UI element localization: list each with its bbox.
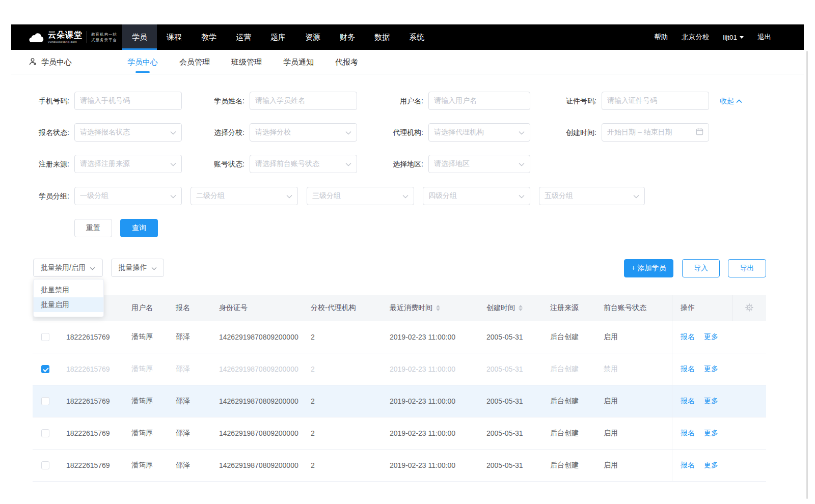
top-nav-item[interactable]: 课程 [157,24,192,50]
column-settings-gear-icon[interactable] [745,303,753,313]
row-checkbox[interactable] [41,429,49,437]
chevron-down-icon [170,191,176,201]
row-checkbox[interactable] [41,333,49,341]
add-student-button[interactable]: + 添加学员 [624,259,673,277]
top-nav-right-item[interactable]: 北京分校 [682,33,709,42]
sub-nav-tab[interactable]: 班级管理 [231,50,262,74]
cell-cb [33,429,58,437]
top-nav-item-label: 运营 [236,33,251,42]
row-action-link[interactable]: 报名 [681,429,695,438]
top-nav-item-label: 系统 [409,33,424,42]
row-checkbox[interactable] [41,397,49,405]
agency-select[interactable]: 请选择代理机构 [428,123,530,142]
top-nav-right-item[interactable]: 退出 [757,33,771,42]
import-button[interactable]: 导入 [682,259,720,277]
cell-username: 潘筠厚 [123,365,168,374]
sub-nav-tab[interactable]: 代报考 [335,50,358,74]
top-nav-item[interactable]: 财务 [330,24,365,50]
account-status-select[interactable]: 请选择前台账号状态 [250,155,357,173]
column-header-label: 注册来源 [550,303,579,313]
column-header-created[interactable]: 创建时间 [478,295,542,321]
top-nav-item-label: 数据 [374,33,390,42]
create-time-daterange[interactable]: 开始日期 – 结束日期 [602,123,709,142]
filter-username-label: 用户名: [400,92,423,110]
chevron-down-icon [286,191,292,201]
group-select-placeholder: 二级分组 [196,191,286,201]
top-nav-item[interactable]: 资源 [295,24,330,50]
branch-select[interactable]: 请选择分校 [250,123,357,142]
row-action-link[interactable]: 更多 [704,365,718,374]
enroll-status-select[interactable]: 请选择报名状态 [74,123,182,142]
group-select-level-5[interactable]: 五级分组 [539,187,645,205]
sub-nav-tab[interactable]: 学员通知 [283,50,314,74]
sort-icon[interactable] [519,305,523,311]
group-select-placeholder: 一级分组 [80,191,170,201]
top-nav-item[interactable]: 数据 [365,24,399,50]
group-select-placeholder: 四级分组 [428,191,519,201]
sort-asc-icon [519,305,523,307]
cell-status: 启用 [595,429,672,438]
top-nav-item-label: 财务 [340,33,355,42]
top-nav-item[interactable]: 教学 [192,24,226,50]
batch-toggle-dropdown-button[interactable]: 批量禁用/启用 [33,259,103,277]
row-action-link[interactable]: 报名 [681,397,695,406]
reg-source-select[interactable]: 请选择注册来源 [74,155,182,173]
cell-status: 启用 [595,461,672,470]
collapse-filters-link[interactable]: 收起 [720,92,742,110]
export-button[interactable]: 导出 [728,259,766,277]
top-nav-item[interactable]: 运营 [226,24,261,50]
sort-icon[interactable] [436,305,440,311]
reset-button[interactable]: 重置 [74,219,112,237]
top-nav-item[interactable]: 系统 [399,24,434,50]
sub-nav-tab[interactable]: 学员中心 [127,50,158,74]
phone-input[interactable]: 请输入手机号码 [74,92,182,110]
row-action-link[interactable]: 报名 [681,332,695,342]
filter-id-number-label: 证件号码: [566,92,596,110]
dropdown-menu-item[interactable]: 批量禁用 [34,283,103,297]
row-action-link[interactable]: 更多 [704,397,718,406]
region-select[interactable]: 请选择地区 [428,155,530,173]
column-header-gear[interactable] [732,295,766,321]
row-action-link[interactable]: 更多 [704,429,718,438]
batch-ops-dropdown-button[interactable]: 批量操作 [111,259,164,277]
student-name-input[interactable]: 请输入学员姓名 [250,92,357,110]
column-header-id_number: 身份证号 [211,295,303,321]
cell-enroll: 邵泽 [168,397,211,406]
group-select-level-4[interactable]: 四级分组 [423,187,530,205]
top-nav-item[interactable]: 学员 [122,24,157,50]
cell-enroll: 邵泽 [168,429,211,438]
filter-agency-label: 代理机构: [393,123,423,142]
column-header-username: 用户名 [123,295,168,321]
row-action-link[interactable]: 更多 [704,461,718,470]
main-nav: 学员课程教学运营题库资源财务数据系统 [122,24,434,50]
row-action-link[interactable]: 报名 [681,461,695,470]
row-action-link[interactable]: 报名 [681,365,695,374]
scrollbar[interactable] [806,51,808,499]
cell-status: 启用 [595,332,672,342]
row-action-link[interactable]: 更多 [704,332,718,342]
username-input[interactable]: 请输入用户名 [428,92,530,110]
group-select-level-2[interactable]: 二级分组 [191,187,298,205]
top-nav-item-label: 教学 [201,33,216,42]
top-nav-item-label: 课程 [167,33,182,42]
group-select-level-1[interactable]: 一级分组 [74,187,182,205]
row-checkbox[interactable] [41,365,49,373]
cell-username: 潘筠厚 [123,397,168,406]
group-select-level-3[interactable]: 三级分组 [307,187,414,205]
sort-desc-icon [436,309,440,311]
top-nav-right-item[interactable]: 帮助 [654,33,668,42]
chevron-down-icon [90,264,95,272]
search-button[interactable]: 查询 [120,219,158,237]
table-row: 18222615769潘筠厚邵泽142629198708092000002201… [33,417,766,450]
row-checkbox[interactable] [41,461,49,469]
top-nav-right-label: lijt01 [723,34,737,41]
filter-region-label: 选择地区: [393,155,423,173]
top-nav-bar: 云朵课堂 yunduoketang.com 教育机构一站 式服务云平台 学员课程… [11,24,804,50]
top-nav-right-item[interactable]: lijt01 [723,34,744,41]
top-nav-item[interactable]: 题库 [261,24,295,50]
dropdown-menu-item[interactable]: 批量启用 [34,297,103,312]
column-header-last_consume[interactable]: 最近消费时间 [382,295,478,321]
sub-nav-tab[interactable]: 会员管理 [179,50,210,74]
cell-source: 后台创建 [542,365,595,374]
id-number-input[interactable]: 请输入证件号码 [602,92,709,110]
